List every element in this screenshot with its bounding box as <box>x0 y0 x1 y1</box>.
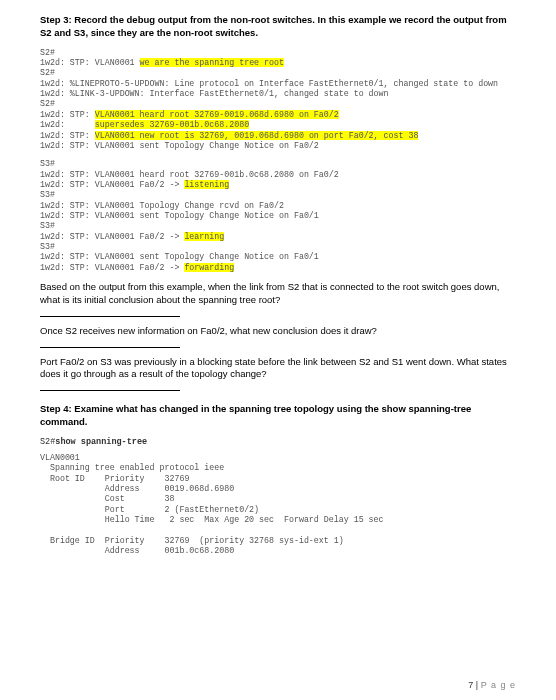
show-spanning-tree-cmd: S2#show spanning-tree <box>40 437 516 447</box>
cmd-text: show spanning-tree <box>55 437 147 447</box>
s2-debug-output: S2# 1w2d: STP: VLAN0001 we are the spann… <box>40 48 516 152</box>
footer-label: P a g e <box>481 680 516 690</box>
answer-blank-1 <box>40 309 180 317</box>
question-1: Based on the output from this example, w… <box>40 281 516 307</box>
answer-blank-3 <box>40 383 180 391</box>
question-2: Once S2 receives new information on Fa0/… <box>40 325 516 338</box>
question-3: Port Fa0/2 on S3 was previously in a blo… <box>40 356 516 382</box>
cmd-prompt: S2# <box>40 437 55 447</box>
step3-heading: Step 3: Record the debug output from the… <box>40 14 516 40</box>
s3-debug-output: S3# 1w2d: STP: VLAN0001 heard root 32769… <box>40 159 516 273</box>
page-footer: 7 | P a g e <box>468 680 516 690</box>
spanning-tree-output: VLAN0001 Spanning tree enabled protocol … <box>40 453 516 557</box>
footer-sep: | <box>473 680 480 690</box>
answer-blank-2 <box>40 340 180 348</box>
step4-heading: Step 4: Examine what has changed in the … <box>40 403 516 429</box>
